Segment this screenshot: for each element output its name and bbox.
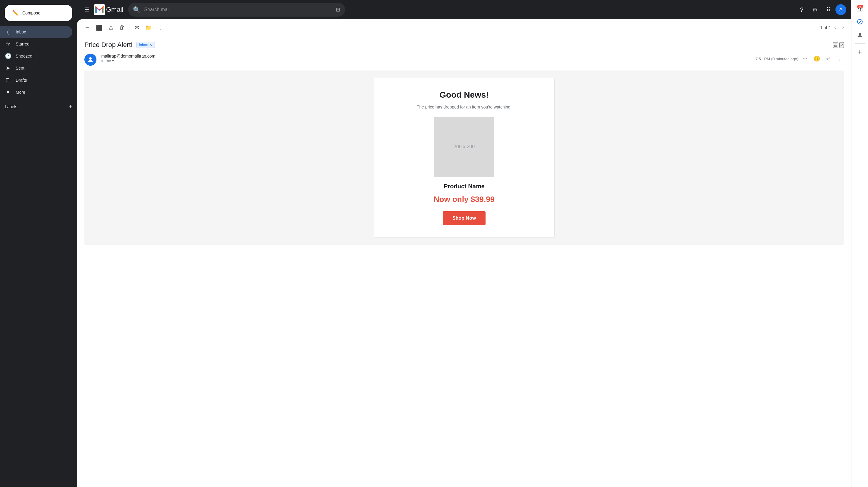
drafts-icon: 🗒	[5, 77, 11, 84]
snooze-icon: 🕐	[5, 53, 11, 59]
email-card: Good News! The price has dropped for an …	[374, 78, 555, 238]
report-spam-button[interactable]: ⚠	[106, 22, 116, 33]
email-title-row: Price Drop Alert! Inbox ✕ 🖨 ⤢	[84, 41, 844, 49]
reply-button[interactable]: ↩	[824, 54, 832, 64]
star-icon: ☆	[5, 41, 11, 47]
sender-name: mailtrap@demomailtrap.com	[101, 54, 751, 58]
toolbar-divider-1	[130, 24, 130, 31]
svg-point-1	[89, 57, 92, 60]
contacts-icon	[857, 32, 863, 38]
sidebar-item-starred[interactable]: ☆ Starred	[0, 38, 72, 50]
apps-button[interactable]: ⠿	[822, 4, 834, 16]
next-email-button[interactable]: ›	[840, 22, 846, 33]
search-bar: 🔍 ⊞	[128, 3, 345, 17]
sidebar-item-sent[interactable]: ➤ Sent	[0, 62, 72, 74]
star-button[interactable]: ☆	[801, 54, 809, 64]
sidebar-label-more: More	[16, 90, 25, 95]
compose-icon: ✏️	[12, 10, 19, 16]
svg-point-2	[858, 19, 862, 24]
email-subtitle: The price has dropped for an item you're…	[384, 104, 545, 110]
email-body: Good News! The price has dropped for an …	[84, 70, 844, 245]
print-button[interactable]: 🖨	[833, 42, 838, 48]
back-button[interactable]: ←	[82, 22, 92, 33]
gmail-logo: Gmail	[94, 4, 123, 15]
email-pagination: 1 of 2 ‹ ›	[820, 22, 846, 33]
right-panel-divider	[855, 43, 865, 44]
inbox-badge-label: Inbox	[139, 43, 148, 47]
sender-info: mailtrap@demomailtrap.com to me ▾	[101, 54, 751, 63]
inbox-icon: 〈	[5, 29, 11, 35]
gmail-m-icon	[94, 4, 105, 15]
product-price: Now only $39.99	[384, 195, 545, 204]
emoji-reaction-button[interactable]: 🙂	[812, 54, 822, 64]
email-area: ← ⬛ ⚠ 🗑 ✉ 📁 ⋮ 1 of 2 ‹ › Price Drop Aler…	[77, 19, 851, 487]
sidebar-label-drafts: Drafts	[16, 78, 27, 83]
sidebar-item-inbox[interactable]: 〈 Inbox	[0, 26, 72, 38]
search-input[interactable]	[144, 7, 332, 12]
right-panel-tasks-button[interactable]	[854, 16, 866, 28]
delete-button[interactable]: 🗑	[117, 22, 127, 33]
avatar-button[interactable]: A	[835, 4, 846, 15]
right-panel: 📅 +	[851, 0, 868, 487]
image-placeholder-label: 200 x 200	[454, 144, 475, 150]
email-header: mailtrap@demomailtrap.com to me ▾ 7:51 P…	[84, 54, 844, 66]
labels-add-button[interactable]: +	[69, 103, 72, 110]
archive-button[interactable]: ⬛	[93, 22, 105, 33]
send-icon: ➤	[5, 65, 11, 71]
tasks-icon	[857, 19, 863, 25]
labels-section: Labels +	[0, 101, 77, 113]
topbar: ☰ Gmail 🔍 ⊞	[77, 0, 851, 19]
remove-label-button[interactable]: ✕	[149, 43, 152, 47]
more-options-button[interactable]: ⋮	[835, 54, 844, 64]
email-headline: Good News!	[384, 90, 545, 100]
shop-now-button[interactable]: Shop Now	[443, 211, 486, 225]
svg-point-3	[859, 33, 861, 35]
main-area: ☰ Gmail 🔍 ⊞	[77, 0, 851, 487]
email-meta: 7:51 PM (0 minutes ago) ☆ 🙂 ↩ ⋮	[755, 54, 844, 64]
search-options-button[interactable]: ⊞	[336, 6, 340, 13]
sidebar-item-drafts[interactable]: 🗒 Drafts	[0, 74, 72, 86]
right-panel-calendar-button[interactable]: 📅	[854, 2, 866, 14]
person-icon	[87, 56, 94, 63]
open-in-new-button[interactable]: ⤢	[839, 42, 844, 48]
inbox-badge: Inbox ✕	[136, 42, 155, 48]
email-subject: Price Drop Alert!	[84, 41, 133, 49]
expand-recipients-button[interactable]: ▾	[112, 59, 114, 63]
search-icon: 🔍	[133, 6, 141, 13]
product-image: 200 x 200	[434, 117, 494, 177]
product-name: Product Name	[384, 183, 545, 190]
sidebar-label-starred: Starred	[16, 41, 30, 47]
right-panel-add-button[interactable]: +	[854, 46, 866, 58]
more-actions-button[interactable]: ⋮	[156, 22, 166, 33]
topbar-right: ? ⚙ ⠿ A	[796, 4, 846, 16]
prev-email-button[interactable]: ‹	[832, 22, 838, 33]
sidebar: ✏️ Compose 〈 Inbox ☆ Starred 🕐 Snoozed ➤…	[0, 0, 77, 487]
compose-label: Compose	[22, 10, 40, 16]
email-timestamp: 7:51 PM (0 minutes ago)	[755, 57, 798, 61]
sender-avatar	[84, 54, 96, 66]
email-toolbar: ← ⬛ ⚠ 🗑 ✉ 📁 ⋮ 1 of 2 ‹ ›	[77, 19, 851, 36]
right-panel-contacts-button[interactable]	[854, 29, 866, 41]
help-button[interactable]: ?	[796, 4, 808, 16]
mark-unread-button[interactable]: ✉	[132, 22, 142, 33]
email-content: Price Drop Alert! Inbox ✕ 🖨 ⤢	[77, 36, 851, 487]
move-to-button[interactable]: 📁	[143, 22, 154, 33]
sidebar-item-more[interactable]: ▾ More	[0, 86, 72, 98]
sidebar-label-snoozed: Snoozed	[16, 54, 32, 58]
labels-title: Labels	[5, 104, 17, 109]
hamburger-button[interactable]: ☰	[82, 4, 92, 16]
compose-button[interactable]: ✏️ Compose	[5, 5, 72, 21]
sidebar-label-inbox: Inbox	[16, 30, 26, 34]
more-icon: ▾	[5, 89, 11, 95]
sender-to[interactable]: to me ▾	[101, 58, 751, 63]
settings-button[interactable]: ⚙	[809, 4, 821, 16]
gmail-text: Gmail	[106, 6, 123, 13]
sidebar-item-snoozed[interactable]: 🕐 Snoozed	[0, 50, 72, 62]
pagination-count: 1 of 2	[820, 25, 831, 30]
sidebar-label-sent: Sent	[16, 66, 24, 70]
